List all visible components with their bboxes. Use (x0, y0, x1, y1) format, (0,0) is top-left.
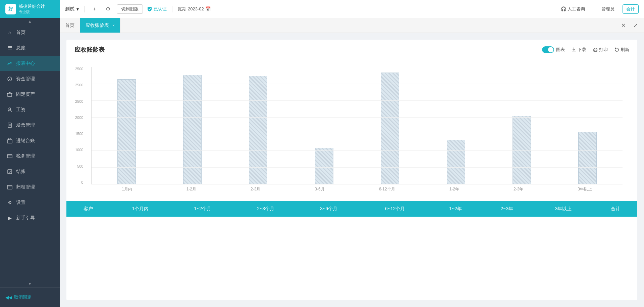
project-selector[interactable]: 测试 ▾ (65, 6, 79, 12)
col-1month: 1个月内 (110, 201, 171, 217)
period-value: 2023-02 (188, 6, 204, 11)
col-2-3month: 2~3个月 (234, 201, 297, 217)
certified-badge: 已认证 (147, 6, 167, 12)
col-1-2month: 1~2个月 (171, 201, 234, 217)
sidebar-item-assets[interactable]: 固定资产 (0, 87, 60, 102)
x-label-5: 1-2年 (449, 186, 459, 192)
tab-expand-icon[interactable]: ⤢ (631, 21, 640, 30)
project-name: 测试 (65, 6, 74, 12)
col-total: 合计 (594, 201, 637, 217)
archive-icon (7, 184, 13, 190)
y-label-2500top: 2500 (75, 67, 83, 71)
chart-toggle-label: 图表 (556, 47, 565, 53)
topbar-divider-2 (172, 6, 172, 12)
svg-rect-2 (8, 49, 12, 49)
period-label: 账期 2023-02 📅 (178, 6, 211, 12)
scroll-down-arrow[interactable]: ▼ (0, 280, 60, 287)
tab-close-icon[interactable]: ✕ (619, 21, 628, 30)
sidebar: 好 畅捷通好会计 专业版 ▲ ⌂ 首页 总账 (0, 0, 60, 307)
col-3year-plus: 3年以上 (533, 201, 594, 217)
tab-current-label: 应收账龄表 (86, 23, 109, 29)
sidebar-item-label: 进销台账 (16, 138, 35, 144)
col-1-2year: 1~2年 (430, 201, 481, 217)
sidebar-item-ledger[interactable]: 总账 (0, 40, 60, 56)
logo-area: 好 畅捷通好会计 专业版 (0, 0, 60, 18)
chart-toggle-switch[interactable] (542, 46, 554, 53)
settings-btn[interactable]: ⚙ (103, 4, 113, 14)
role-btn[interactable]: 会计 (623, 4, 639, 14)
table-header: 客户 1个月内 1~2个月 2~3个月 3~6个月 6~12个月 1~2年 2~… (66, 201, 637, 217)
reports-icon (7, 60, 13, 67)
svg-rect-5 (8, 94, 12, 96)
tax-icon (7, 153, 13, 159)
col-3-6month: 3~6个月 (297, 201, 360, 217)
col-6-12month: 6~12个月 (360, 201, 430, 217)
x-axis: 1月内 1-2月 2-3月 3-6月 6-12个月 1-2年 2-3年 3年以上 (91, 184, 623, 192)
sidebar-item-funds[interactable]: ¥ 资金管理 (0, 71, 60, 87)
headset-icon: 🎧 (561, 6, 566, 11)
y-label-0: 0 (75, 180, 83, 184)
sidebar-item-label: 发票管理 (16, 122, 35, 128)
print-icon (593, 47, 598, 52)
assets-icon (7, 91, 13, 97)
settings-icon: ⚙ (7, 200, 13, 206)
report-actions: 图表 下载 打印 (542, 46, 629, 53)
calendar-icon[interactable]: 📅 (205, 6, 211, 11)
tab-home-label: 首页 (65, 23, 74, 29)
x-label-1: 1-2月 (186, 186, 196, 192)
sidebar-item-archive[interactable]: 归档管理 (0, 179, 60, 195)
print-btn[interactable]: 打印 (593, 47, 608, 53)
sidebar-item-label: 报表中心 (16, 60, 35, 67)
sidebar-item-label: 设置 (16, 200, 25, 206)
sidebar-item-label: 工资 (16, 107, 25, 113)
download-btn[interactable]: 下载 (572, 47, 586, 53)
sidebar-item-tax[interactable]: 税务管理 (0, 148, 60, 164)
sidebar-item-salary[interactable]: 工资 (0, 102, 60, 118)
y-label-2000: 2000 (75, 116, 83, 120)
x-label-6: 2-3年 (514, 186, 523, 192)
ai-consult-btn[interactable]: 🎧 人工咨询 (561, 6, 585, 12)
svg-rect-1 (8, 47, 12, 48)
y-label-1500: 1500 (75, 132, 83, 136)
refresh-icon (614, 47, 619, 52)
switch-version-btn[interactable]: 切到旧版 (117, 4, 143, 14)
settlement-icon (7, 169, 13, 175)
tab-receivable-aging[interactable]: 应收账龄表 × (80, 18, 120, 33)
sidebar-item-label: 结账 (16, 169, 25, 175)
add-btn[interactable]: + (90, 4, 99, 14)
sidebar-item-settlement[interactable]: 结账 (0, 164, 60, 179)
sidebar-item-settings[interactable]: ⚙ 设置 (0, 195, 60, 210)
report-page: 应收账龄表 图表 下载 (66, 40, 637, 300)
download-icon (572, 47, 576, 52)
x-label-0: 1月内 (122, 186, 132, 192)
sidebar-bottom: ◀◀ 取消固定 (0, 287, 60, 307)
col-customer: 客户 (66, 201, 110, 217)
y-label-1000: 1000 (75, 148, 83, 152)
x-label-4: 6-12个月 (379, 186, 395, 192)
shield-icon (147, 6, 152, 12)
tab-home[interactable]: 首页 (60, 18, 80, 33)
sidebar-item-label: 新手引导 (16, 215, 35, 221)
chart-plot-area (91, 67, 623, 184)
refresh-btn[interactable]: 刷新 (614, 47, 629, 53)
svg-rect-0 (8, 46, 12, 47)
chart-area: 2500 2500 2500 2000 1500 1000 500 0 (66, 60, 637, 201)
sidebar-item-invoice[interactable]: 发票管理 (0, 118, 60, 133)
cancel-fixed-label: 取消固定 (14, 294, 32, 300)
sidebar-item-reports[interactable]: 报表中心 (0, 56, 60, 71)
invoice-icon (7, 122, 13, 128)
sidebar-item-home[interactable]: ⌂ 首页 (0, 25, 60, 40)
sidebar-item-guide[interactable]: ▶ 新手引导 (0, 210, 60, 226)
scroll-up-arrow[interactable]: ▲ (0, 18, 60, 25)
grid-lines (92, 67, 623, 184)
sidebar-nav: ⌂ 首页 总账 报表中心 (0, 25, 60, 280)
sidebar-item-inventory[interactable]: 进销台账 (0, 133, 60, 148)
cancel-fixed-btn[interactable]: ◀◀ 取消固定 (0, 291, 60, 304)
x-label-7: 3年以上 (578, 186, 592, 192)
inventory-icon (7, 138, 13, 144)
tabbar: 首页 应收账龄表 × ✕ ⤢ (60, 18, 644, 33)
content-area: 应收账龄表 图表 下载 (60, 33, 644, 307)
user-name-btn[interactable]: 管理员 (599, 5, 617, 13)
ledger-icon (7, 45, 13, 51)
tab-close-btn[interactable]: × (112, 23, 115, 28)
